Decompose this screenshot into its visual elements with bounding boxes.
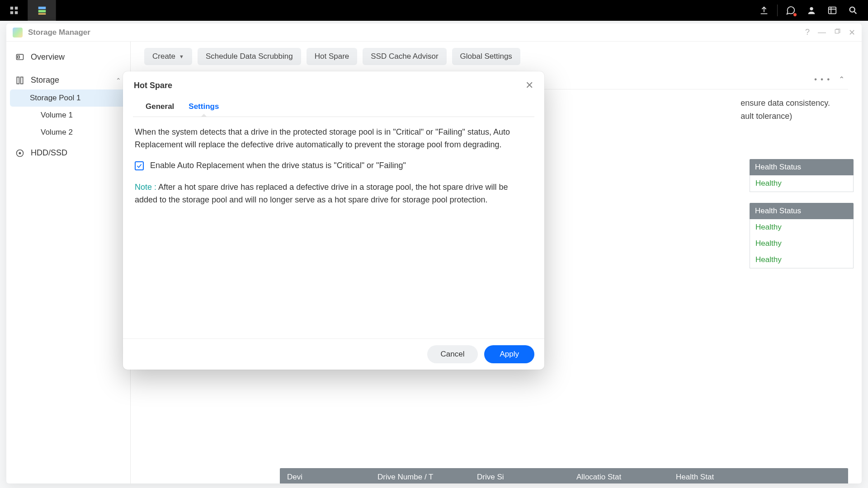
note-text: After a hot spare drive has replaced a d… — [135, 183, 508, 204]
widgets-icon[interactable] — [822, 0, 843, 21]
cancel-button[interactable]: Cancel — [427, 345, 478, 363]
svg-rect-6 — [38, 13, 46, 14]
ssd-cache-advisor-button[interactable]: SSD Cache Advisor — [363, 48, 446, 65]
svg-rect-8 — [829, 7, 836, 14]
dialog-header: Hot Spare ✕ — [123, 71, 544, 96]
health-header: Health Status — [750, 203, 854, 219]
user-icon[interactable] — [801, 0, 822, 21]
maximize-button[interactable] — [834, 28, 840, 38]
health-status-value: Healthy — [750, 175, 853, 192]
apply-button[interactable]: Apply — [484, 345, 534, 363]
dialog-footer: Cancel Apply — [123, 338, 544, 370]
sidebar-item-label: Storage — [31, 75, 59, 85]
tab-label: Settings — [189, 102, 219, 111]
caret-down-icon: ▼ — [179, 54, 184, 59]
chat-icon[interactable] — [780, 0, 801, 21]
svg-rect-4 — [38, 7, 46, 9]
sidebar-item-storage[interactable]: Storage ⌃ — [10, 71, 127, 89]
svg-rect-13 — [17, 77, 19, 84]
info-text-fragment: ensure data consistency. — [741, 97, 830, 110]
sidebar-item-overview[interactable]: Overview — [10, 48, 127, 66]
create-button[interactable]: Create ▼ — [144, 48, 192, 65]
svg-rect-14 — [21, 77, 23, 84]
dialog-description: When the system detects that a drive in … — [135, 126, 533, 151]
more-actions-button[interactable]: • • • — [814, 75, 830, 84]
svg-rect-3 — [14, 11, 17, 14]
auto-replacement-checkbox-row: Enable Auto Replacement when the drive s… — [135, 160, 533, 172]
storage-app-icon — [37, 5, 47, 15]
sidebar-item-label: Overview — [31, 52, 65, 62]
svg-rect-1 — [14, 7, 17, 9]
schedule-scrubbing-button[interactable]: Schedule Data Scrubbing — [198, 48, 301, 65]
notification-dot-icon — [793, 13, 797, 17]
tab-settings[interactable]: Settings — [187, 99, 221, 117]
svg-rect-5 — [38, 10, 46, 13]
button-label: SSD Cache Advisor — [371, 52, 438, 61]
health-status-value: Healthy — [750, 252, 853, 268]
hot-spare-dialog: Hot Spare ✕ General Settings When the sy… — [123, 71, 544, 370]
svg-point-7 — [810, 7, 813, 10]
health-status-value: Healthy — [750, 235, 853, 252]
sidebar-item-label: Volume 2 — [41, 128, 73, 137]
global-settings-button[interactable]: Global Settings — [452, 48, 520, 65]
sidebar-item-hdd[interactable]: HDD/SSD — [10, 144, 127, 162]
sidebar-item-vol1[interactable]: Volume 1 — [10, 107, 127, 124]
col-header: Allocatio Stat — [576, 473, 676, 482]
drive-table-header: Devi Drive Numbe / T Drive Si Allocatio … — [280, 468, 848, 483]
col-header: Health Stat — [676, 473, 841, 482]
collapse-panel-button[interactable]: ⌃ — [839, 75, 844, 84]
button-label: Global Settings — [460, 52, 512, 61]
health-header: Health Status — [750, 159, 854, 175]
checkbox-label: Enable Auto Replacement when the drive s… — [150, 160, 406, 172]
health-column: Health Status Healthy Health Status Heal… — [750, 159, 854, 279]
main-menu-button[interactable] — [0, 0, 28, 21]
button-label: Cancel — [441, 350, 465, 358]
svg-rect-12 — [18, 56, 19, 58]
dialog-close-button[interactable]: ✕ — [525, 80, 533, 91]
overview-icon — [15, 53, 24, 62]
help-button[interactable]: ? — [805, 28, 810, 38]
health-block-2: Health Status Healthy Healthy Healthy — [750, 203, 854, 268]
upload-tray-icon[interactable] — [754, 0, 774, 21]
auto-replacement-checkbox[interactable] — [135, 161, 144, 170]
dialog-body: When the system detects that a drive in … — [123, 117, 544, 338]
grid-icon — [9, 5, 19, 15]
health-status-value: Healthy — [750, 219, 853, 235]
sidebar-item-label: Storage Pool 1 — [30, 94, 80, 103]
sidebar-item-pool1[interactable]: Storage Pool 1 — [10, 89, 127, 107]
info-text-fragment: ault tolerance) — [741, 110, 830, 123]
svg-rect-10 — [835, 29, 839, 33]
health-block-1: Health Status Healthy — [750, 159, 854, 192]
toolbar: Create ▼ Schedule Data Scrubbing Hot Spa… — [144, 48, 848, 65]
col-header: Drive Numbe / T — [377, 473, 477, 482]
close-window-button[interactable]: ✕ — [849, 28, 855, 38]
hot-spare-button[interactable]: Hot Spare — [307, 48, 358, 65]
storage-manager-app-button[interactable] — [28, 0, 56, 21]
button-label: Schedule Data Scrubbing — [206, 52, 293, 61]
disk-icon — [15, 149, 24, 158]
window-controls: ? — ✕ — [805, 28, 855, 38]
system-taskbar — [0, 0, 868, 21]
note-label: Note : — [135, 183, 156, 192]
tab-general[interactable]: General — [144, 99, 176, 117]
window-titlebar: Storage Manager ? — ✕ — [6, 23, 862, 42]
button-label: Create — [152, 52, 175, 61]
sidebar-item-label: Volume 1 — [41, 111, 73, 120]
sidebar: Overview Storage ⌃ Storage Pool 1 Volume… — [6, 42, 131, 483]
sidebar-item-vol2[interactable]: Volume 2 — [10, 124, 127, 141]
svg-rect-0 — [10, 7, 13, 9]
minimize-button[interactable]: — — [818, 28, 826, 38]
chevron-up-icon: ⌃ — [116, 77, 121, 84]
taskbar-tray — [754, 0, 868, 21]
storage-icon — [15, 76, 24, 85]
check-icon — [136, 163, 142, 169]
tab-label: General — [146, 102, 174, 111]
search-icon[interactable] — [843, 0, 863, 21]
svg-point-16 — [19, 152, 20, 154]
dialog-note: Note : After a hot spare drive has repla… — [135, 181, 533, 206]
taskbar-apps — [0, 0, 56, 21]
col-header: Devi — [287, 473, 377, 482]
dialog-title: Hot Spare — [134, 81, 172, 90]
dialog-tabs: General Settings — [133, 96, 534, 117]
app-icon — [13, 28, 23, 38]
